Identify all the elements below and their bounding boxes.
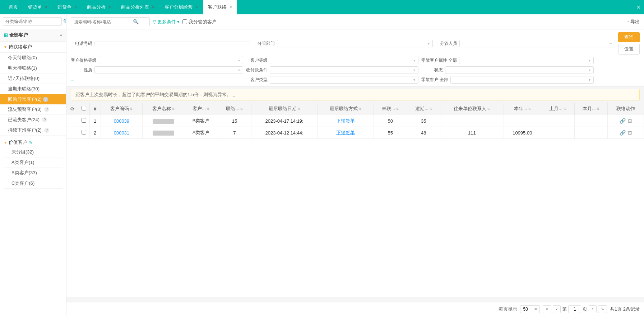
top-navigation: 首页 销货单 × 进货单 × 商品分析 × 商品分析列表 × 客户分层经营 × … xyxy=(0,0,644,14)
th-overdue[interactable]: 逾期...⇅ xyxy=(407,103,440,115)
row2-last-way[interactable]: 下销货单 xyxy=(318,127,374,139)
nature-label: 性质 xyxy=(71,67,92,73)
th-level[interactable]: 客户...⇅ xyxy=(184,103,218,115)
sidebar-item-ungrouped[interactable]: 未分组(32) xyxy=(4,147,62,157)
my-customers-checkbox[interactable] xyxy=(182,19,187,24)
tab-home[interactable]: 首页 xyxy=(4,0,23,14)
sidebar-item-7days[interactable]: 近7天待联络(0) xyxy=(0,74,66,84)
overdue-label: 逾期未联络(30) xyxy=(8,86,40,91)
row1-this-year xyxy=(504,115,541,127)
export-button[interactable]: ↑ 导出 xyxy=(627,19,640,25)
next-page-button[interactable]: › xyxy=(589,305,597,313)
first-page-button[interactable]: « xyxy=(543,305,552,313)
retail-attr-select[interactable]: ▾ xyxy=(459,57,594,64)
tab-customer-tier-close[interactable]: × xyxy=(195,5,198,10)
tab-customer-contact[interactable]: 客户联络 × xyxy=(203,0,237,14)
row1-code[interactable]: 000039 xyxy=(101,115,142,127)
sidebar-item-tomorrow[interactable]: 明天待联络(1) xyxy=(0,63,66,74)
setting-button[interactable]: 设置 xyxy=(618,44,640,55)
price-level-label: 客户价格等级 xyxy=(71,57,97,63)
my-customers-filter: 我分管的客户 xyxy=(182,19,217,25)
row1-index: 1 xyxy=(89,115,101,127)
sidebar-item-repurchase-anomaly[interactable]: 回购异常客户(2) ? xyxy=(0,94,66,104)
dept-label: 分管部门 xyxy=(253,41,275,47)
phone-input[interactable] xyxy=(94,42,250,45)
th-last-date[interactable]: 最后联络日期⇅ xyxy=(251,103,318,115)
value-group-edit-icon[interactable]: ✎ xyxy=(29,140,33,145)
row2-code[interactable]: 000031 xyxy=(101,127,142,139)
th-this-year[interactable]: 本年...⇅ xyxy=(504,103,541,115)
row1-last-way[interactable]: 下销货单 xyxy=(318,115,374,127)
nature-select[interactable]: ▾ xyxy=(94,66,243,74)
tab-product-list[interactable]: 商品分析列表 × xyxy=(116,0,159,14)
th-contact[interactable]: 联络...⇅ xyxy=(218,103,251,115)
row1-grid-icon[interactable]: ⊞ xyxy=(628,118,632,124)
sidebar-search-input[interactable] xyxy=(3,17,62,26)
th-code[interactable]: 客户编码⇅ xyxy=(101,103,142,115)
row1-last-way-link[interactable]: 下销货单 xyxy=(336,118,355,123)
payment-select[interactable]: ▾ xyxy=(270,66,418,74)
main-search-icon[interactable]: 🔍 xyxy=(133,19,139,24)
tab-customer-contact-close[interactable]: × xyxy=(230,5,232,10)
main-search-input[interactable] xyxy=(74,19,131,24)
tab-purchase-close[interactable]: × xyxy=(74,5,77,10)
select-all-checkbox[interactable] xyxy=(82,106,86,110)
th-contacts[interactable]: 往来单位联系人⇅ xyxy=(440,103,504,115)
customer-type-select[interactable]: ▾ xyxy=(270,76,418,84)
sidebar-item-today[interactable]: 今天待联络(0) xyxy=(0,53,66,63)
th-settings[interactable]: ⚙ xyxy=(66,103,78,115)
per-page-select[interactable]: 10 20 50 100 xyxy=(520,305,540,313)
sidebar-search-icon[interactable]: 🔍 xyxy=(63,19,66,24)
status-select[interactable]: ▾ xyxy=(445,66,594,74)
row2-last-way-link[interactable]: 下销货单 xyxy=(336,130,355,135)
sidebar-item-lost[interactable]: 已流失客户(24) ? xyxy=(0,115,66,125)
sidebar-item-declining[interactable]: 持续下滑客户(2) ? xyxy=(0,125,66,136)
expand-more-button[interactable]: ··· xyxy=(71,77,74,82)
tab-product-analysis-close[interactable]: × xyxy=(108,5,111,10)
nature-arrow: ▾ xyxy=(238,68,240,72)
tab-sales[interactable]: 销货单 × xyxy=(23,0,52,14)
ungrouped-label: 未分组(32) xyxy=(11,149,34,155)
dept-select[interactable]: ▾ xyxy=(277,40,433,47)
tab-product-analysis[interactable]: 商品分析 × xyxy=(82,0,116,14)
window-close-button[interactable]: × xyxy=(636,4,640,11)
row2-link-icon[interactable]: 🔗 xyxy=(620,130,626,136)
th-last-way[interactable]: 最后联络方式⇅ xyxy=(318,103,374,115)
horizontal-scrollbar[interactable] xyxy=(66,297,644,302)
tab-product-list-close[interactable]: × xyxy=(152,5,154,10)
row2-overdue: 48 xyxy=(407,127,440,139)
prev-page-button[interactable]: ‹ xyxy=(553,305,561,313)
th-last-month[interactable]: 上月...⇅ xyxy=(541,103,574,115)
sidebar-item-class-c[interactable]: C类客户(6) xyxy=(4,178,62,189)
last-page-button[interactable]: » xyxy=(598,305,607,313)
page-number-input[interactable] xyxy=(568,305,581,313)
row2-contact: 7 xyxy=(218,127,251,139)
tomorrow-label: 明天待联络(1) xyxy=(8,65,37,71)
sidebar-item-loss-warning[interactable]: 流失预警客户(3) ? xyxy=(0,104,66,115)
sidebar-all-customers[interactable]: ⊞ 全部客户 « xyxy=(0,29,66,42)
manager-select[interactable]: ··· xyxy=(459,40,615,47)
retail-customer-select[interactable]: ▾ xyxy=(450,76,594,84)
row1-checkbox[interactable] xyxy=(82,118,86,123)
tab-purchase[interactable]: 进货单 × xyxy=(52,0,82,14)
repurchase-hint-icon: ? xyxy=(43,97,48,102)
sidebar-item-overdue[interactable]: 逾期未联络(30) xyxy=(0,84,66,94)
th-this-month[interactable]: 本月...⇅ xyxy=(574,103,608,115)
tab-customer-tier[interactable]: 客户分层经营 × xyxy=(159,0,203,14)
filter-row-3: 性质 ▾ 收付款条件 ▾ 状态 xyxy=(71,66,640,74)
row2-grid-icon[interactable]: ⊞ xyxy=(628,130,632,136)
sidebar-collapse-icon[interactable]: « xyxy=(60,33,62,38)
th-name[interactable]: 客户名称⇅ xyxy=(142,103,184,115)
query-button[interactable]: 查询 xyxy=(618,32,640,42)
row1-link-icon[interactable]: 🔗 xyxy=(620,118,626,124)
customer-level-select[interactable]: ▾ xyxy=(270,57,418,64)
th-not-contact[interactable]: 未联...⇅ xyxy=(374,103,407,115)
price-level-select[interactable]: ▾ xyxy=(99,57,243,64)
row2-checkbox[interactable] xyxy=(82,130,86,135)
customer-level-label: 客户等级 xyxy=(246,57,268,63)
sidebar-item-class-a[interactable]: A类客户(1) xyxy=(4,157,62,168)
sidebar-item-class-b[interactable]: B类客户(33) xyxy=(4,168,62,178)
sidebar-pending-group[interactable]: ▼ 待联络客户 xyxy=(0,42,66,53)
tab-sales-close[interactable]: × xyxy=(45,5,47,10)
more-filters-button[interactable]: ▽ 更多条件 ▾ xyxy=(153,19,180,25)
